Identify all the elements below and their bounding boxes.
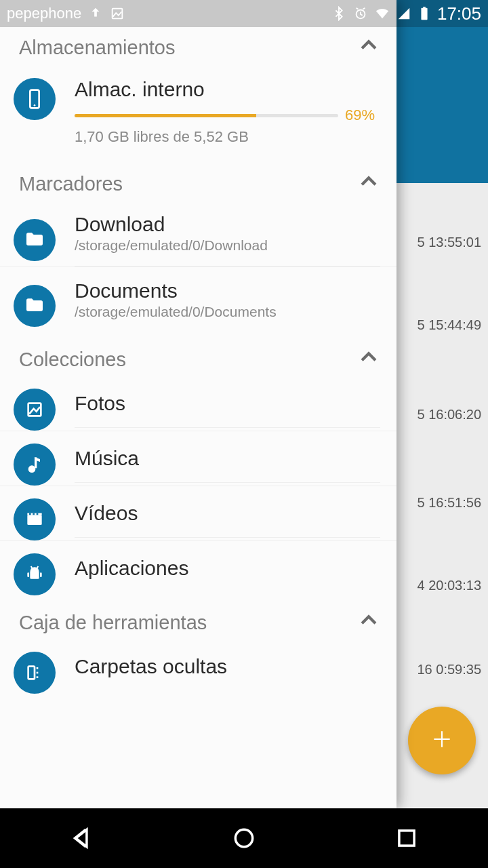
svg-rect-16 [28, 667, 35, 679]
battery-icon [418, 6, 430, 21]
collection-music[interactable]: Música [0, 431, 396, 486]
bookmark-download[interactable]: Download /storage/emulated/0/Download [0, 201, 396, 267]
toolbox-list: Carpetas ocultas [0, 639, 396, 694]
storage-title: Almac. interno [75, 78, 380, 101]
android-icon [14, 553, 56, 595]
video-icon [14, 498, 56, 540]
image-icon [110, 6, 125, 21]
svg-rect-8 [29, 513, 31, 515]
file-row-time: 5 15:44:49 [417, 317, 481, 333]
file-row-time: 4 20:03:13 [417, 578, 481, 593]
svg-rect-23 [423, 7, 426, 8]
storage-percent: 69% [345, 106, 380, 124]
section-header-toolbox[interactable]: Caja de herramientas [0, 602, 396, 639]
status-time: 17:05 [437, 3, 481, 24]
bookmark-documents[interactable]: Documents /storage/emulated/0/Documents [0, 267, 396, 332]
chevron-up-icon [357, 609, 380, 637]
bluetooth-icon [331, 6, 346, 21]
file-row-time: 5 13:55:01 [417, 235, 481, 250]
collection-photos[interactable]: Fotos [0, 376, 396, 431]
photo-icon [14, 389, 56, 431]
section-title: Marcadores [19, 173, 123, 195]
chevron-up-icon [357, 34, 380, 62]
svg-rect-6 [27, 515, 41, 525]
collection-title: Música [75, 447, 380, 470]
wifi-icon [375, 6, 390, 21]
section-header-bookmarks[interactable]: Marcadores [0, 163, 396, 201]
alarm-icon [353, 6, 368, 21]
section-title: Caja de herramientas [19, 612, 207, 634]
collections-list: Fotos Música Vídeos [0, 376, 396, 595]
music-icon [14, 443, 56, 486]
plus-icon [428, 726, 455, 755]
section-title: Almacenamientos [19, 37, 176, 59]
nav-recent[interactable] [390, 821, 424, 855]
nav-back[interactable] [64, 821, 98, 855]
storage-subtitle: 1,70 GB libres de 5,52 GB [75, 128, 380, 146]
nav-home[interactable] [227, 821, 261, 855]
hidden-folders-icon [14, 652, 56, 694]
carrier-label: pepephone [7, 5, 81, 22]
bookmark-path: /storage/emulated/0/Download [75, 237, 380, 254]
collection-videos[interactable]: Vídeos [0, 486, 396, 541]
svg-rect-14 [27, 572, 29, 577]
bookmark-title: Documents [75, 279, 380, 302]
svg-rect-15 [40, 572, 42, 577]
storage-progress [75, 114, 338, 117]
svg-rect-9 [33, 513, 35, 515]
chevron-up-icon [357, 346, 380, 374]
svg-point-2 [34, 104, 36, 106]
storage-progress-fill [75, 114, 256, 117]
svg-rect-10 [37, 513, 39, 515]
bookmark-path: /storage/emulated/0/Documents [75, 304, 380, 320]
bookmarks-list: Download /storage/emulated/0/Download Do… [0, 201, 396, 332]
file-row-time: 5 16:51:56 [417, 495, 481, 511]
svg-rect-11 [30, 572, 39, 579]
section-header-storage[interactable]: Almacenamientos [0, 27, 396, 64]
svg-rect-25 [399, 831, 414, 846]
chevron-up-icon [357, 170, 380, 198]
status-bar: pepephone 17:05 [0, 0, 488, 27]
upload-icon [88, 6, 103, 21]
svg-line-12 [31, 566, 33, 568]
navigation-drawer: Almacenamientos Almac. interno 69% 1,70 … [0, 0, 396, 808]
collection-title: Vídeos [75, 502, 380, 525]
file-row-time: 5 16:06:20 [417, 407, 481, 422]
toolbox-hidden-folders[interactable]: Carpetas ocultas [0, 639, 396, 694]
bookmark-title: Download [75, 213, 380, 236]
storage-internal[interactable]: Almac. interno 69% 1,70 GB libres de 5,5… [0, 64, 396, 151]
fab-add[interactable] [408, 707, 476, 774]
folder-icon [14, 285, 56, 327]
signal-icon [396, 6, 411, 21]
toolbox-title: Carpetas ocultas [75, 655, 380, 678]
phone-icon [14, 78, 56, 120]
svg-point-4 [28, 465, 36, 473]
collection-title: Fotos [75, 392, 380, 415]
svg-line-13 [37, 566, 38, 568]
svg-point-24 [235, 829, 252, 846]
folder-icon [14, 219, 56, 261]
collection-title: Aplicaciones [75, 557, 380, 580]
section-header-collections[interactable]: Colecciones [0, 339, 396, 376]
svg-rect-22 [421, 8, 427, 20]
collection-apps[interactable]: Aplicaciones [0, 541, 396, 595]
section-title: Colecciones [19, 349, 126, 371]
android-navbar [0, 808, 488, 868]
file-row-time: 16 0:59:35 [417, 662, 481, 677]
